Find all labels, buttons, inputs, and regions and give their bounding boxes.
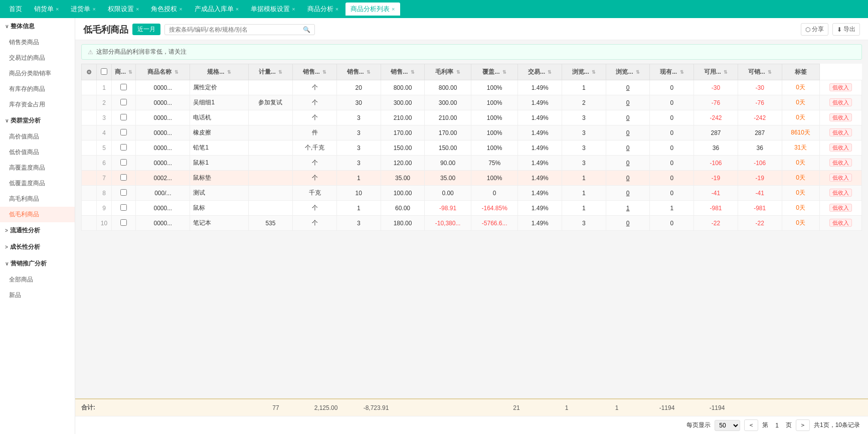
row-checkbox[interactable] bbox=[120, 129, 127, 135]
trade-count-column-header[interactable]: 交易... ⇅ bbox=[518, 64, 562, 80]
row-views1[interactable]: 1 bbox=[606, 201, 650, 216]
sidebar-item-低毛利商品[interactable]: 低毛利商品 bbox=[0, 207, 75, 222]
gross-margin-column-header[interactable]: 毛利率 ⇅ bbox=[425, 64, 471, 80]
nav-item-销货单[interactable]: 销货单× bbox=[29, 3, 64, 16]
row-checkbox-cell[interactable] bbox=[112, 110, 136, 125]
row-checkbox[interactable] bbox=[120, 144, 127, 151]
row-views1[interactable]: 0 bbox=[606, 125, 650, 140]
sidebar-group-成长性分析[interactable]: >成长性分析 bbox=[0, 239, 75, 255]
row-views1[interactable]: 0 bbox=[606, 171, 650, 186]
nav-close-icon[interactable]: × bbox=[92, 6, 95, 12]
current-stock-column-header[interactable]: 现有... ⇅ bbox=[650, 64, 694, 80]
spec-column-header[interactable]: 规格... ⇅ bbox=[190, 64, 248, 80]
share-button[interactable]: ⬡ 分享 bbox=[801, 23, 828, 36]
sales-qty-column-header[interactable]: 销售... ⇅ bbox=[293, 64, 337, 80]
row-views1[interactable]: 0 bbox=[606, 216, 650, 231]
nav-close-icon[interactable]: × bbox=[136, 6, 139, 12]
sidebar-group-整体信息[interactable]: ∨整体信息 bbox=[0, 18, 75, 35]
sidebar-item-商品分类助销率[interactable]: 商品分类助销率 bbox=[0, 66, 75, 81]
row-views1[interactable]: 0 bbox=[606, 156, 650, 171]
nav-item-产成品入库单[interactable]: 产成品入库单× bbox=[190, 3, 244, 16]
row-checkbox[interactable] bbox=[120, 159, 127, 166]
sidebar-item-低覆盖度商品[interactable]: 低覆盖度商品 bbox=[0, 176, 75, 191]
prev-page-button[interactable]: ＜ bbox=[744, 419, 758, 431]
row-checkbox-cell[interactable] bbox=[112, 216, 136, 231]
row-checkbox-cell[interactable] bbox=[112, 156, 136, 171]
coverage-column-header[interactable]: 覆盖... ⇅ bbox=[471, 64, 518, 80]
export-button[interactable]: ⬇ 导出 bbox=[832, 23, 860, 36]
sales-price-column-header[interactable]: 销售... ⇅ bbox=[336, 64, 381, 80]
row-checkbox[interactable] bbox=[120, 189, 127, 196]
group-label: 营销推广分析 bbox=[11, 259, 47, 268]
row-views1[interactable]: 0 bbox=[606, 95, 650, 110]
filter-button[interactable]: 近一月 bbox=[132, 24, 160, 35]
nav-item-商品分析[interactable]: 商品分析× bbox=[302, 3, 343, 16]
sales-profit-column-header[interactable]: 销售... ⇅ bbox=[381, 64, 425, 80]
sidebar-group-类群堂分析[interactable]: ∨类群堂分析 bbox=[0, 112, 75, 129]
unit-column-header[interactable]: 计量... ⇅ bbox=[248, 64, 293, 80]
sidebar-group-营销推广分析[interactable]: ∨营销推广分析 bbox=[0, 255, 75, 272]
row-current-stock: 287 bbox=[694, 125, 738, 140]
row-checkbox-cell[interactable] bbox=[112, 201, 136, 216]
row-views1[interactable]: 0 bbox=[606, 80, 650, 95]
nav-close-icon[interactable]: × bbox=[56, 6, 59, 12]
nav-item-进货单[interactable]: 进货单× bbox=[66, 3, 100, 16]
nav-item-首页[interactable]: 首页 bbox=[4, 3, 27, 16]
row-views1[interactable]: 0 bbox=[606, 186, 650, 201]
row-num: 3 bbox=[97, 110, 112, 125]
settings-column-header[interactable]: ⚙ bbox=[82, 64, 97, 80]
per-page-select[interactable]: 50 100 200 bbox=[715, 420, 740, 431]
row-sales-price: 300.00 bbox=[381, 95, 425, 110]
row-checkbox-cell[interactable] bbox=[112, 171, 136, 186]
row-checkbox-cell[interactable] bbox=[112, 186, 136, 201]
row-trade-count: 1 bbox=[562, 80, 606, 95]
row-sellable-days: 0天 bbox=[782, 95, 819, 110]
search-icon[interactable]: 🔍 bbox=[303, 26, 310, 33]
views1-column-header[interactable]: 浏览... ⇅ bbox=[562, 64, 606, 80]
select-all-checkbox[interactable] bbox=[101, 68, 107, 75]
row-checkbox-cell[interactable] bbox=[112, 140, 136, 156]
available-stock-column-header[interactable]: 可用... ⇅ bbox=[694, 64, 738, 80]
row-checkbox[interactable] bbox=[120, 174, 127, 181]
checkbox-column-header[interactable] bbox=[97, 64, 112, 80]
code-column-header[interactable]: 商... ⇅ bbox=[112, 64, 136, 80]
sidebar-item-库存资金占用[interactable]: 库存资金占用 bbox=[0, 97, 75, 112]
nav-item-商品分析列表[interactable]: 商品分析列表× bbox=[345, 3, 400, 16]
nav-close-icon[interactable]: × bbox=[392, 6, 395, 12]
row-checkbox-cell[interactable] bbox=[112, 95, 136, 110]
sidebar-item-交易过的商品[interactable]: 交易过的商品 bbox=[0, 50, 75, 66]
row-checkbox[interactable] bbox=[120, 99, 127, 105]
next-page-button[interactable]: ＞ bbox=[796, 419, 810, 431]
sellable-days-column-header[interactable]: 可销... ⇅ bbox=[738, 64, 782, 80]
nav-close-icon[interactable]: × bbox=[236, 6, 239, 12]
sidebar-item-有库存的商品[interactable]: 有库存的商品 bbox=[0, 81, 75, 97]
sidebar-item-全部商品[interactable]: 全部商品 bbox=[0, 272, 75, 287]
row-checkbox[interactable] bbox=[120, 204, 127, 211]
sidebar-item-高覆盖度商品[interactable]: 高覆盖度商品 bbox=[0, 160, 75, 176]
row-coverage: 1.49% bbox=[518, 171, 562, 186]
sidebar-item-销售类商品[interactable]: 销售类商品 bbox=[0, 35, 75, 50]
nav-item-权限设置[interactable]: 权限设置× bbox=[103, 3, 144, 16]
row-checkbox-cell[interactable] bbox=[112, 80, 136, 95]
row-checkbox-cell[interactable] bbox=[112, 125, 136, 140]
sidebar-item-低价值商品[interactable]: 低价值商品 bbox=[0, 144, 75, 160]
nav-item-角色授权[interactable]: 角色授权× bbox=[146, 3, 187, 16]
sidebar-item-高价值商品[interactable]: 高价值商品 bbox=[0, 129, 75, 144]
nav-close-icon[interactable]: × bbox=[292, 6, 295, 12]
row-views1[interactable]: 0 bbox=[606, 140, 650, 156]
sidebar-item-新品[interactable]: 新品 bbox=[0, 287, 75, 303]
nav-close-icon[interactable]: × bbox=[179, 6, 182, 12]
name-column-header[interactable]: 商品名称 ⇅ bbox=[136, 64, 190, 80]
row-checkbox[interactable] bbox=[120, 219, 127, 226]
row-checkbox[interactable] bbox=[120, 114, 127, 120]
views2-column-header[interactable]: 浏览... ⇅ bbox=[606, 64, 650, 80]
sidebar-item-高毛利商品[interactable]: 高毛利商品 bbox=[0, 191, 75, 207]
table-row: 4 0000... 橡皮擦 件 3 170.00 170.00 100% 1.4… bbox=[82, 125, 862, 140]
row-checkbox[interactable] bbox=[120, 84, 127, 90]
search-input[interactable] bbox=[169, 26, 303, 33]
row-views1[interactable]: 0 bbox=[606, 110, 650, 125]
sidebar-group-流通性分析[interactable]: >流通性分析 bbox=[0, 222, 75, 239]
nav-item-单据模板设置[interactable]: 单据模板设置× bbox=[246, 3, 300, 16]
page-suffix: 页 bbox=[786, 421, 792, 429]
nav-close-icon[interactable]: × bbox=[335, 6, 338, 12]
